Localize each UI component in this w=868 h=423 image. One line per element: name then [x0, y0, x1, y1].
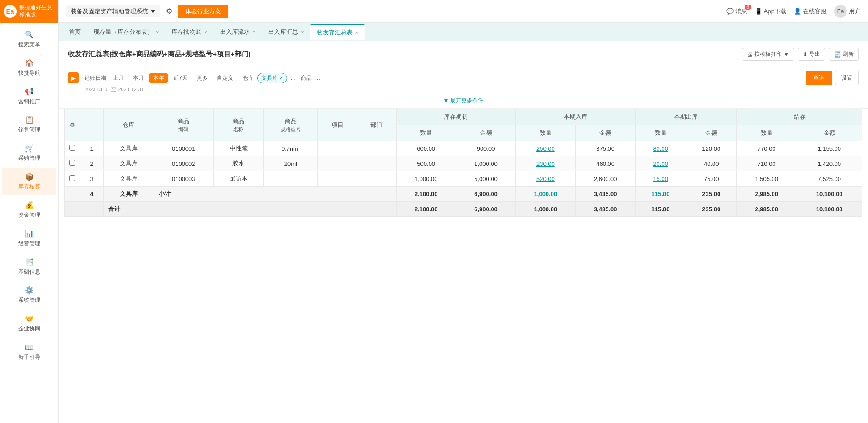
cell-opening-qty-2: 1,000.00 — [396, 171, 456, 187]
cell-in-qty-1[interactable]: 230.00 — [516, 156, 575, 171]
date-opt-this-year[interactable]: 本年 — [149, 73, 168, 83]
th-out-amt: 金额 — [686, 125, 737, 141]
expand-conditions-btn[interactable]: ▼ 展开更多条件 — [443, 97, 484, 104]
expand-icon: ▼ — [443, 98, 449, 104]
goods-filter-section: 商品 ... — [301, 74, 320, 82]
th-settings[interactable]: ⚙ — [65, 109, 80, 141]
date-opt-custom[interactable]: 自定义 — [213, 73, 237, 83]
try-btn[interactable]: 体验行业方案 — [178, 5, 228, 18]
finance-icon: 💰 — [25, 201, 34, 209]
tab-close-stock_dist[interactable]: × — [156, 29, 159, 35]
th-name: 商品名称 — [213, 109, 263, 141]
cell-checkbox-0[interactable] — [65, 141, 80, 156]
cell-code-0: 0100001 — [154, 141, 213, 156]
message-item[interactable]: 💬 消息 6 — [726, 7, 747, 16]
date-opt-this-month[interactable]: 本月 — [129, 73, 148, 83]
sidebar-item-purchase[interactable]: 🛒采购管理 — [2, 139, 56, 167]
warehouse-tag-close-btn[interactable]: × — [280, 75, 283, 81]
sidebar-item-search[interactable]: 🔍搜索菜单 — [2, 26, 56, 53]
tab-home[interactable]: 首页 — [62, 24, 87, 40]
th-dept: 部门 — [357, 109, 397, 141]
row-checkbox-0[interactable] — [69, 145, 75, 151]
tab-close-summary_in_out[interactable]: × — [301, 29, 304, 35]
guide-icon: 📖 — [25, 343, 34, 352]
subtotal-out-amt: 235.00 — [686, 187, 737, 202]
business-icon: 📊 — [25, 229, 34, 238]
date-opt-more[interactable]: 更多 — [193, 73, 211, 83]
sidebar-label-finance: 资金管理 — [18, 211, 40, 219]
sidebar-item-quick[interactable]: 🏠快捷导航 — [2, 54, 56, 82]
cell-in-qty-2[interactable]: 520.00 — [516, 171, 575, 187]
tab-label-home: 首页 — [69, 28, 81, 36]
tab-stock_dist[interactable]: 现存量（库存分布表）× — [87, 24, 165, 40]
date-opt-7days[interactable]: 近7天 — [170, 73, 191, 83]
tab-batch[interactable]: 库存批次账× — [165, 24, 213, 40]
export-btn[interactable]: ⬇ 导出 — [798, 48, 825, 61]
tab-close-recv_send[interactable]: × — [355, 30, 358, 35]
subtotal-opening-qty: 2,100.00 — [396, 187, 456, 202]
th-group-in: 本期入库 — [516, 109, 636, 125]
query-btn[interactable]: 查询 — [806, 71, 832, 85]
cell-in-qty-0[interactable]: 250.00 — [516, 141, 575, 156]
date-opt-last-month[interactable]: 上月 — [109, 73, 127, 83]
sidebar-nav: 🔍搜索菜单🏠快捷导航📢营销推广📋销售管理🛒采购管理📦库存核算💰资金管理📊经营管理… — [0, 23, 58, 423]
tab-label-flow: 出入库流水 — [220, 28, 250, 36]
sidebar-item-corp[interactable]: 🤝企业协同 — [2, 310, 56, 337]
filter-toggle-btn[interactable]: ▶ — [68, 72, 79, 83]
subtotal-out-qty[interactable]: 115.00 — [635, 187, 686, 202]
user-item[interactable]: Ea 用户 — [834, 5, 861, 18]
tab-flow[interactable]: 出入库流水× — [214, 24, 262, 40]
row-checkbox-2[interactable] — [69, 175, 75, 181]
cell-checkbox-2[interactable] — [65, 171, 80, 187]
service-icon: 👤 — [794, 8, 801, 15]
subtotal-in-qty[interactable]: 1,000.00 — [516, 187, 575, 202]
settings-icon-topbar[interactable]: ⚙ — [166, 7, 172, 16]
warehouse-more-btn[interactable]: ... — [291, 75, 295, 81]
goods-more-btn[interactable]: ... — [315, 75, 320, 81]
print-btn[interactable]: 🖨 按模板打印 ▼ — [742, 48, 794, 61]
th-no — [80, 109, 104, 141]
page-title: 收发存汇总表(按仓库+商品编码+商品+规格型号+项目+部门) — [68, 50, 251, 59]
cell-out-qty-2[interactable]: 15.00 — [635, 171, 686, 187]
cell-project-1 — [318, 156, 357, 171]
inventory-icon: 📦 — [25, 172, 34, 181]
sidebar-item-inventory[interactable]: 📦库存核算 — [2, 168, 56, 195]
th-spec: 商品规格型号 — [264, 109, 318, 141]
sidebar-item-sales[interactable]: 📋销售管理 — [2, 111, 56, 138]
app-label: App下载 — [764, 7, 786, 16]
tab-close-batch[interactable]: × — [204, 29, 207, 35]
refresh-btn[interactable]: 🔄 刷新 — [829, 48, 859, 61]
online-service-item[interactable]: 👤 在线客服 — [794, 7, 827, 16]
sys-name-select[interactable]: 装备及固定资产辅助管理系统 ▼ — [66, 5, 160, 17]
cell-out-qty-1[interactable]: 20.00 — [635, 156, 686, 171]
sidebar-item-marketing[interactable]: 📢营销推广 — [2, 82, 56, 110]
filter-area: ▶ 记账日期 上月 本月 本年 近7天 更多 自定义 仓库 — [59, 66, 868, 109]
corp-icon: 🤝 — [25, 314, 34, 323]
sidebar-item-business[interactable]: 📊经营管理 — [2, 225, 56, 252]
cell-out-qty-0[interactable]: 80.00 — [635, 141, 686, 156]
sidebar-item-guide[interactable]: 📖新手引导 — [2, 338, 56, 366]
message-icon: 💬 — [726, 8, 734, 15]
data-table-container: ⚙ 仓库 商品编码 商品名称 商品规格型号 项目 部门 库存期初 本期入库 本期… — [59, 109, 868, 217]
th-warehouse: 仓库 — [104, 109, 154, 141]
subtotal-row: 4 文具库 小计 2,100.00 6,900.00 1,000.00 3,43… — [65, 187, 862, 202]
sidebar-item-basic[interactable]: 📑基础信息 — [2, 253, 56, 280]
subtotal-closing-amt: 10,100.00 — [796, 187, 862, 202]
sidebar-label-search: 搜索菜单 — [18, 41, 40, 49]
sidebar-item-finance[interactable]: 💰资金管理 — [2, 196, 56, 224]
tab-recv_send[interactable]: 收发存汇总表× — [310, 24, 365, 40]
topbar: 装备及固定资产辅助管理系统 ▼ ⚙ 体验行业方案 💬 消息 6 📱 App下载 … — [59, 0, 868, 23]
sidebar-item-system[interactable]: ⚙️系统管理 — [2, 281, 56, 309]
setting-btn[interactable]: 设置 — [835, 71, 859, 85]
tab-summary_in_out[interactable]: 出入库汇总× — [262, 24, 310, 40]
cell-opening-amt-0: 900.00 — [456, 141, 515, 156]
sidebar-label-sales: 销售管理 — [18, 126, 40, 134]
tab-close-flow[interactable]: × — [253, 29, 255, 35]
row-checkbox-1[interactable] — [69, 160, 75, 166]
app-download-item[interactable]: 📱 App下载 — [755, 7, 786, 16]
cell-name-1: 胶水 — [213, 156, 263, 171]
cell-in-amt-0: 375.00 — [575, 141, 635, 156]
cell-opening-amt-2: 5,000.00 — [456, 171, 515, 187]
subtotal-in-amt: 3,435.00 — [575, 187, 635, 202]
cell-checkbox-1[interactable] — [65, 156, 80, 171]
